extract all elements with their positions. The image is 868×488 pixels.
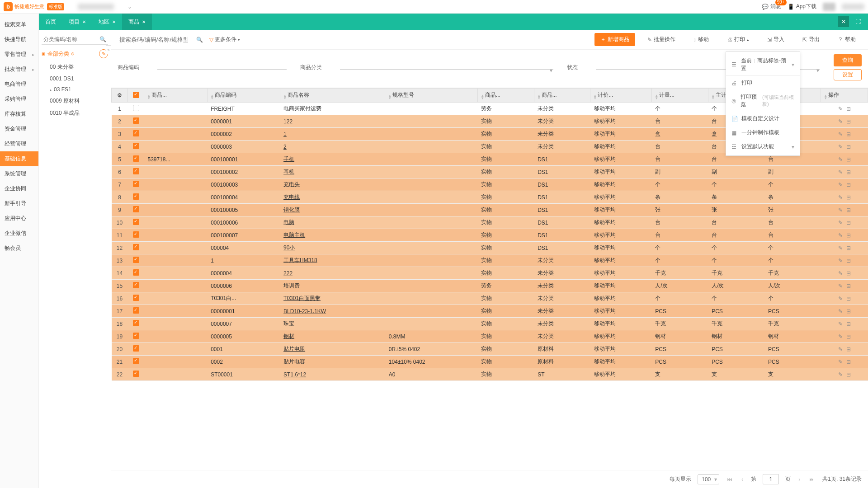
product-name-link[interactable]: BLD10-23-1.1KW	[283, 308, 326, 314]
edit-row-icon[interactable]: ✎	[838, 118, 843, 125]
product-search-input[interactable]	[118, 34, 190, 45]
nav-item-采购管理[interactable]: 采购管理	[0, 92, 38, 107]
dropdown-current-template[interactable]: ☰ 当前：商品标签-预置 ▾	[726, 54, 800, 76]
product-name-link[interactable]: 钢化膜	[283, 206, 300, 213]
more-row-icon[interactable]: ⊟	[846, 106, 851, 112]
product-name-link[interactable]: 充电线	[283, 194, 300, 200]
edit-row-icon[interactable]: ✎	[838, 308, 843, 314]
table-row[interactable]: 9 000100005 钢化膜 实物 DS1 移动平均 张 张 张 ✎ ⊟	[112, 204, 868, 216]
more-row-icon[interactable]: ⊟	[846, 220, 851, 226]
category-root[interactable]: ▣ 全部分类 ⊙ ✎	[42, 49, 108, 58]
product-name-link[interactable]: ST1.6*12	[283, 371, 306, 378]
product-name-link[interactable]: 2	[283, 144, 287, 150]
edit-row-icon[interactable]: ✎	[838, 131, 843, 137]
next-page-button[interactable]: ›	[797, 476, 802, 483]
table-row[interactable]: 8 000100004 充电线 实物 DS1 移动平均 条 条 条 ✎ ⊟	[112, 191, 868, 204]
more-row-icon[interactable]: ⊟	[846, 258, 851, 264]
product-name-link[interactable]: 钢材	[283, 333, 294, 339]
edit-row-icon[interactable]: ✎	[838, 321, 843, 327]
edit-row-icon[interactable]: ✎	[838, 220, 843, 226]
table-row[interactable]: 18 0000007 珠宝 实物 未分类 移动平均 千克 千克 千克 ✎ ⊟	[112, 318, 868, 330]
column-header[interactable]: ▴▾操作	[821, 89, 868, 103]
row-checkbox[interactable]	[128, 128, 144, 141]
per-page-select[interactable]: 100	[698, 474, 719, 484]
more-row-icon[interactable]: ⊟	[846, 232, 851, 239]
more-row-icon[interactable]: ⊟	[846, 169, 851, 175]
collapse-panel-button[interactable]: «	[106, 45, 111, 54]
row-checkbox[interactable]	[128, 191, 144, 204]
row-checkbox[interactable]	[128, 368, 144, 381]
row-checkbox[interactable]	[128, 115, 144, 128]
edit-row-icon[interactable]: ✎	[838, 359, 843, 365]
table-row[interactable]: 21 0002 贴片电容 104±10% 0402 实物 原材料 移动平均 PC…	[112, 356, 868, 368]
product-name-link[interactable]: 手机	[283, 156, 294, 162]
table-row[interactable]: 15 0000006 培训费 劳务 未分类 移动平均 人/次 人/次 人/次 ✎…	[112, 280, 868, 292]
more-row-icon[interactable]: ⊟	[846, 359, 851, 365]
category-node[interactable]: 0010 半成品	[42, 107, 108, 119]
edit-row-icon[interactable]: ✎	[838, 144, 843, 150]
more-conditions-button[interactable]: ▽ 更多条件 ▾	[209, 36, 240, 43]
edit-row-icon[interactable]: ✎	[838, 106, 843, 112]
more-row-icon[interactable]: ⊟	[846, 296, 851, 302]
close-icon[interactable]: ✕	[82, 19, 86, 24]
more-row-icon[interactable]: ⊟	[846, 270, 851, 277]
nav-item-系统管理[interactable]: 系统管理	[0, 166, 38, 181]
row-checkbox[interactable]	[128, 343, 144, 356]
row-checkbox[interactable]	[128, 103, 144, 115]
product-name-link[interactable]: 222	[283, 270, 292, 277]
more-row-icon[interactable]: ⊟	[846, 144, 851, 150]
column-header[interactable]: ▴▾计量...	[651, 89, 708, 103]
category-filter-select[interactable]	[340, 66, 553, 70]
company-switcher[interactable]: ⌄	[78, 4, 132, 10]
table-row[interactable]: 19 0000005 钢材 0.8MM 实物 未分类 移动平均 钢材 钢材 钢材…	[112, 330, 868, 343]
category-search-input[interactable]	[42, 34, 108, 45]
table-row[interactable]: 20 0001 贴片电阻 0R±5% 0402 实物 原材料 移动平均 PCS …	[112, 343, 868, 356]
dropdown-print[interactable]: 🖨 打印	[726, 76, 800, 90]
category-node[interactable]: 00 未分类	[42, 61, 108, 73]
last-page-button[interactable]: ⏭	[808, 476, 816, 483]
column-header[interactable]: ▴▾商品名称	[280, 89, 385, 103]
table-row[interactable]: 17 00000001 BLD10-23-1.1KW 实物 未分类 移动平均 P…	[112, 305, 868, 318]
tab-项目[interactable]: 项目✕	[62, 14, 92, 30]
more-row-icon[interactable]: ⊟	[846, 333, 851, 340]
column-header[interactable]: ▴▾商品编码	[207, 89, 280, 103]
edit-row-icon[interactable]: ✎	[838, 169, 843, 175]
row-checkbox[interactable]	[128, 204, 144, 216]
edit-row-icon[interactable]: ✎	[838, 258, 843, 264]
product-name-link[interactable]: T0301白面黑带	[283, 295, 321, 301]
close-icon[interactable]: ✕	[112, 19, 116, 24]
import-button[interactable]: ⇲导入	[761, 33, 790, 46]
search-icon[interactable]: 🔍	[99, 36, 106, 42]
settings-button[interactable]: 设置	[834, 69, 862, 80]
tab-商品[interactable]: 商品✕	[122, 14, 152, 30]
dropdown-quick-template[interactable]: ▦ 一分钟制作模板	[726, 126, 800, 140]
nav-item-搜索菜单[interactable]: 搜索菜单	[0, 17, 38, 32]
row-checkbox[interactable]	[128, 216, 144, 229]
table-row[interactable]: 13 1 工具车HM318 实物 未分类 移动平均 个 个 个 ✎ ⊟	[112, 254, 868, 267]
table-row[interactable]: 10 000100006 电脑 实物 DS1 移动平均 台 台 台 ✎ ⊟	[112, 216, 868, 229]
row-checkbox[interactable]	[128, 229, 144, 242]
first-page-button[interactable]: ⏮	[726, 476, 734, 483]
print-button[interactable]: 🖨打印▴	[721, 33, 755, 46]
column-header[interactable]: ▴▾计价...	[590, 89, 651, 103]
product-name-link[interactable]: 培训费	[283, 282, 300, 289]
more-row-icon[interactable]: ⊟	[846, 321, 851, 327]
dropdown-preview[interactable]: ◎ 打印预览 (可编辑当前模板)	[726, 90, 800, 112]
product-name-link[interactable]: 90小	[283, 244, 295, 251]
page-input

-current[interactable]	[763, 474, 779, 484]
nav-item-资金管理[interactable]: 资金管理	[0, 122, 38, 136]
column-header[interactable]: ▴▾商品...	[477, 89, 534, 103]
nav-item-企业微信[interactable]: 企业微信	[0, 226, 38, 241]
nav-item-库存核算[interactable]: 库存核算	[0, 107, 38, 122]
edit-row-icon[interactable]: ✎	[838, 270, 843, 277]
table-row[interactable]: 14 0000004 222 实物 未分类 移动平均 千克 千克 千克 ✎ ⊟	[112, 267, 868, 280]
row-checkbox[interactable]	[128, 242, 144, 254]
row-checkbox[interactable]	[128, 292, 144, 305]
product-name-link[interactable]: 工具车HM318	[283, 257, 317, 263]
prev-page-button[interactable]: ‹	[740, 476, 745, 483]
add-product-button[interactable]: ＋ 新增商品	[594, 33, 635, 46]
table-row[interactable]: 12 000004 90小 实物 DS1 移动平均 个 个 个 ✎ ⊟	[112, 242, 868, 254]
code-filter-input[interactable]	[157, 66, 287, 70]
export-button[interactable]: ⇱导出	[797, 33, 826, 46]
product-name-link[interactable]: 电脑	[283, 219, 294, 225]
